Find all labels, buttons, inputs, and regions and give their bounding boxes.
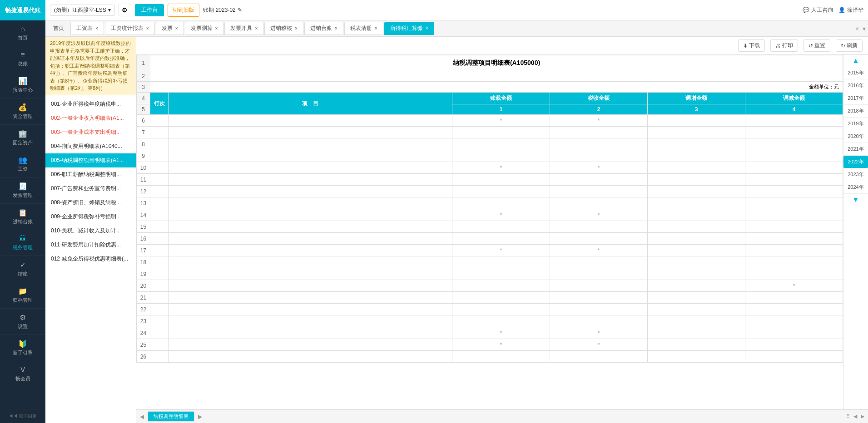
bottom-status-bar: ⠿ ◀ ▶ xyxy=(846,413,864,419)
year-2018[interactable]: 2018年 xyxy=(843,105,868,118)
sidebar-item-ledger[interactable]: ≡ 总账 xyxy=(0,46,45,72)
period-edit-icon[interactable]: ✎ xyxy=(238,7,242,13)
sidebar-item-checkout[interactable]: ✓ 结账 xyxy=(0,256,45,282)
tab-salary-close[interactable]: × xyxy=(95,26,98,31)
year-2019[interactable]: 2019年 xyxy=(843,118,868,130)
tab-salary-report-label: 工资统计报表 xyxy=(111,25,144,32)
tab-invoice-open[interactable]: 发票开具 × xyxy=(224,22,263,35)
table-row: 8 3 （二）未按权责发生制原则确认的收入（填写A1050200） xyxy=(137,138,843,150)
tab-invoice-open-close[interactable]: × xyxy=(255,26,258,31)
refresh-btn[interactable]: ↻ 刷新 xyxy=(836,39,863,52)
support-btn[interactable]: 💬 人工咨询 xyxy=(803,6,833,14)
tab-input-check[interactable]: 进销稽核 × xyxy=(264,22,303,35)
tab-tax-clear[interactable]: 税表清册 × xyxy=(344,22,383,35)
reset-btn[interactable]: ↺ 重置 xyxy=(804,39,830,52)
year-2016[interactable]: 2016年 xyxy=(843,79,868,92)
salary-icon: 👥 xyxy=(18,156,27,164)
sidebar-item-assets[interactable]: 🏢 固定资产 xyxy=(0,125,45,151)
year-2017[interactable]: 2017年 xyxy=(843,92,868,105)
menu-item-005[interactable]: 005-纳税调整项目明细表(A1... xyxy=(45,153,136,167)
sidebar-item-settings[interactable]: ⚙ 设置 xyxy=(0,309,45,335)
bottom-tab-shuishui[interactable]: 纳税调整明细表 xyxy=(148,411,194,422)
sidebar-item-tax[interactable]: 🏛 税务管理 xyxy=(0,230,45,256)
menu-item-004[interactable]: 004-期间费用明细表(A1040... xyxy=(45,139,136,153)
bottom-scroll-right[interactable]: ▶ xyxy=(861,413,864,419)
menu-item-012[interactable]: 012-减免企所得税优惠明细表(... xyxy=(45,252,136,266)
table-row: 7 2 （一）视同销售收入（填写A105010） xyxy=(137,127,843,138)
sidebar-item-archive[interactable]: 📁 归档管理 xyxy=(0,282,45,309)
workbench-btn[interactable]: 工作台 xyxy=(135,4,164,16)
newbie-icon: 🔰 xyxy=(18,339,27,348)
download-btn[interactable]: ⬇ 下载 xyxy=(738,39,765,52)
empty-row-2 xyxy=(150,71,843,82)
company-dropdown-icon[interactable]: ▾ xyxy=(108,7,111,13)
menu-item-003[interactable]: 003-一般企业成本支出明细... xyxy=(45,125,136,139)
menu-item-006[interactable]: 006-职工薪酬纳税调整明细... xyxy=(45,167,136,182)
finance-icon: 💰 xyxy=(18,103,27,112)
menu-item-002[interactable]: 002-一般企业收入明细表(A1... xyxy=(45,111,136,125)
year-scroll-up[interactable]: ▲ xyxy=(843,55,868,67)
download-icon: ⬇ xyxy=(743,43,748,49)
menu-item-010[interactable]: 010-免税、减计收入及加计... xyxy=(45,224,136,238)
year-2023[interactable]: 2023年 xyxy=(843,168,868,181)
bottom-scroll-left[interactable]: ◀ xyxy=(853,413,857,419)
tab-salary-label: 工资表 xyxy=(76,25,93,32)
menu-item-009[interactable]: 009-企业所得税弥补亏损明... xyxy=(45,210,136,224)
support-label: 人工咨询 xyxy=(811,6,833,14)
tab-salary[interactable]: 工资表 × xyxy=(70,22,104,35)
sidebar-item-finance[interactable]: 💰 资金管理 xyxy=(0,98,45,125)
year-2022[interactable]: 2022年 xyxy=(843,156,868,168)
menu-item-008[interactable]: 008-资产折旧、摊销及纳税... xyxy=(45,196,136,210)
tab-close-all-icon[interactable]: × xyxy=(855,25,859,32)
year-2020[interactable]: 2020年 xyxy=(843,130,868,143)
year-panel: ▲ 2015年 2016年 2017年 2018年 2019年 2020年 20… xyxy=(843,55,868,409)
menu-item-011[interactable]: 011-研发费用加计扣除优惠... xyxy=(45,238,136,252)
tab-more-icon[interactable]: ▾ xyxy=(863,25,866,32)
bottom-nav-right[interactable]: ▶ xyxy=(198,413,202,420)
year-2024[interactable]: 2024年 xyxy=(843,181,868,194)
year-scroll-down[interactable]: ▼ xyxy=(843,194,868,206)
tab-income-tax[interactable]: 所得税汇算缴 × xyxy=(384,22,434,35)
sidebar-item-salary[interactable]: 👥 工资 xyxy=(0,151,45,177)
sidebar-item-newbie[interactable]: 🔰 新手引导 xyxy=(0,335,45,361)
menu-item-001[interactable]: 001-企业所得税年度纳税申... xyxy=(45,97,136,111)
bottom-tabbar: ◀ 纳税调整明细表 ▶ ⠿ ◀ ▶ xyxy=(136,409,868,423)
year-2021[interactable]: 2021年 xyxy=(843,143,868,156)
tab-invoice-calc-close[interactable]: × xyxy=(215,26,218,31)
menu-item-007[interactable]: 007-广告费和业务宣传费明... xyxy=(45,182,136,196)
user-menu[interactable]: 👤 徐泽华 xyxy=(838,6,863,14)
right-panel: ⬇ 下载 🖨 打印 ↺ 重置 ↻ 刷新 xyxy=(136,37,868,423)
old-version-btn[interactable]: 切到旧版 xyxy=(168,4,199,17)
tab-income-tax-close[interactable]: × xyxy=(426,26,428,31)
tab-invoice-calc[interactable]: 发票测算 × xyxy=(185,22,224,35)
year-2015[interactable]: 2015年 xyxy=(843,67,868,79)
sidebar-item-invoice[interactable]: 🧾 发票管理 xyxy=(0,177,45,204)
report-icon: 📊 xyxy=(18,77,27,85)
tab-home[interactable]: 首页 xyxy=(48,22,69,34)
tab-input-ledger[interactable]: 进销台账 × xyxy=(304,22,343,35)
bottom-nav-left[interactable]: ◀ xyxy=(140,413,144,420)
tab-input-ledger-close[interactable]: × xyxy=(335,26,337,31)
tab-input-check-close[interactable]: × xyxy=(295,26,298,31)
tab-invoice[interactable]: 发票 × xyxy=(156,22,184,35)
table-row: 20 15 （三）业务招待费支出 * xyxy=(137,280,843,292)
sidebar-item-vip[interactable]: V 畅会员 xyxy=(0,361,45,387)
tab-salary-report-close[interactable]: × xyxy=(146,26,149,31)
tab-invoice-close[interactable]: × xyxy=(175,26,178,31)
tax-icon: 🏛 xyxy=(19,235,26,243)
pin-toggle[interactable]: ◀◀ 取消固定 xyxy=(0,409,45,423)
sidebar-item-report[interactable]: 📊 报表中心 xyxy=(0,72,45,98)
print-icon: 🖨 xyxy=(775,43,781,49)
user-name: 徐泽华 xyxy=(847,6,863,14)
spreadsheet-container[interactable]: 1 纳税调整项目明细表(A105000) 2 3 金额单位：元 xyxy=(136,55,843,409)
sidebar-item-input-tax[interactable]: 📋 进销台账 xyxy=(0,204,45,230)
sidebar-item-home[interactable]: ⌂ 首页 xyxy=(0,20,45,46)
company-selector[interactable]: (勿删）江西股室-LSS ▾ xyxy=(50,5,115,16)
period-value: 2023-02 xyxy=(216,7,236,13)
table-row: 17 12 二、扣除类调整项目（13+14+...24+26+27+28+29+… xyxy=(137,245,843,256)
company-settings-btn[interactable]: ⚙ xyxy=(119,4,131,16)
tab-tax-clear-close[interactable]: × xyxy=(375,26,377,31)
period-display: 账期 2023-02 ✎ xyxy=(203,6,242,14)
print-btn[interactable]: 🖨 打印 xyxy=(770,39,798,52)
tab-salary-report[interactable]: 工资统计报表 × xyxy=(105,22,155,35)
